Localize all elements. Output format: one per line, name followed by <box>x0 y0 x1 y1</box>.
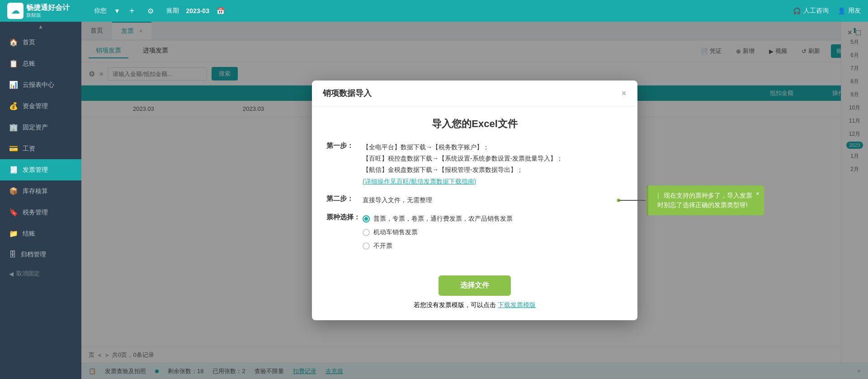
cancel-fixed-btn[interactable]: ◀ 取消固定 <box>0 265 81 282</box>
sidebar-item-label: 资金管理 <box>23 102 48 110</box>
radio-3-label: 不开票 <box>373 242 392 250</box>
radio-3-circle <box>363 242 370 250</box>
step-1-row: 第一步： 【全电平台】数据下载→【税务数字账户】； 【百旺】税控盘数据下载→【系… <box>326 142 623 187</box>
sidebar-item-label: 工资 <box>23 145 35 153</box>
step1-line-3: 【航信】金税盘数据下载→【报税管理-发票数据导出】； <box>363 164 563 175</box>
step1-link-text[interactable]: (详细操作见百旺/航信发票数据下载指南) <box>363 178 476 185</box>
ticket-type-row: 票种选择： 普票，专票，卷票，通行费发票，农产品销售发票 机动车销售发票 <box>326 213 623 250</box>
modal-header: 销项数据导入 × <box>312 81 637 106</box>
main-layout: ▲ 🏠 首页 📋 总账 📊 云报表中心 💰 资金管理 🏢 固定资产 💳 工资 🧾… <box>0 22 868 379</box>
invoice-icon: 🧾 <box>9 166 18 174</box>
logo-area: ☁ 畅捷通好会计 旗舰版 <box>7 3 89 19</box>
step1-link: (详细操作见百旺/航信发票数据下载指南) <box>363 176 563 187</box>
radio-option-2[interactable]: 机动车销售发票 <box>363 228 513 237</box>
fund-icon: 💰 <box>9 102 18 110</box>
service-btn[interactable]: 🎧 人工咨询 <box>793 7 829 15</box>
radio-option-1[interactable]: 普票，专票，卷票，通行费发票，农产品销售发票 <box>363 215 513 223</box>
sidebar-item-label: 首页 <box>23 38 35 47</box>
tooltip-text: | 现在支持的票种多了，导入发票时别忘了选择正确的发票类型呀! <box>654 191 757 210</box>
sidebar-item-label: 税务管理 <box>23 208 48 217</box>
modal-title: 销项数据导入 <box>323 88 372 99</box>
radio-2-circle <box>363 229 370 236</box>
sidebar-item-label: 结账 <box>23 230 35 238</box>
sidebar-item-home[interactable]: 🏠 首页 <box>0 32 81 53</box>
period-label: 账期 <box>166 7 179 15</box>
step-2-label: 第二步： <box>326 194 363 206</box>
settle-icon: 📁 <box>9 229 18 238</box>
sidebar-item-label: 库存核算 <box>23 187 48 195</box>
sidebar-item-archive[interactable]: 🗄 归档管理 <box>0 244 81 265</box>
calendar-icon[interactable]: 📅 <box>217 7 224 14</box>
inventory-icon: 📦 <box>9 187 18 195</box>
salary-icon: 💳 <box>9 144 18 153</box>
download-hint: 若您没有发票模版，可以点击 下载发票模版 <box>414 301 536 309</box>
select-file-btn[interactable]: 选择文件 <box>439 275 511 296</box>
sidebar-item-label: 发票管理 <box>23 166 48 174</box>
sidebar: ▲ 🏠 首页 📋 总账 📊 云报表中心 💰 资金管理 🏢 固定资产 💳 工资 🧾… <box>0 22 81 379</box>
radio-1-label: 普票，专票，卷票，通行费发票，农产品销售发票 <box>373 215 513 223</box>
app-name: 畅捷通好会计 <box>26 3 70 12</box>
sidebar-scroll-up[interactable]: ▲ <box>0 22 81 32</box>
sidebar-item-tax[interactable]: 🔖 税务管理 <box>0 202 81 223</box>
step-2-row: 第二步： 直接导入文件，无需整理 <box>326 194 623 206</box>
modal-close-btn[interactable]: × <box>621 88 627 99</box>
sidebar-item-label: 云报表中心 <box>23 81 54 89</box>
step1-line-1: 【全电平台】数据下载→【税务数字账户】； <box>363 142 563 153</box>
modal-dialog: 销项数据导入 × 导入您的Excel文件 第一步： 【全电平台】数据下载→【税务… <box>312 81 637 320</box>
ticket-label: 票种选择： <box>326 213 363 250</box>
step-1-content: 【全电平台】数据下载→【税务数字账户】； 【百旺】税控盘数据下载→【系统设置-系… <box>363 142 563 187</box>
radio-1-circle <box>363 215 370 223</box>
tooltip-connector-line <box>618 200 646 201</box>
header-right: 🎧 人工咨询 👤 用友 <box>793 7 861 15</box>
ledger-icon: 📋 <box>9 59 18 68</box>
logo-icon: ☁ <box>7 3 24 19</box>
sidebar-item-salary[interactable]: 💳 工资 <box>0 138 81 159</box>
sidebar-item-label: 归档管理 <box>21 251 46 259</box>
pin-icon: ◀ <box>9 270 14 277</box>
content-area: × □ 首页 发票 × 销项发票 进项发票 📄 凭证 <box>81 22 868 379</box>
cloud-report-icon: 📊 <box>9 81 18 89</box>
tooltip-bar-char: | <box>657 192 659 199</box>
modal-overlay: 销项数据导入 × 导入您的Excel文件 第一步： 【全电平台】数据下载→【税务… <box>81 22 868 379</box>
sidebar-item-label: 固定资产 <box>23 123 48 132</box>
tax-icon: 🔖 <box>9 208 18 217</box>
service-label: 人工咨询 <box>803 7 829 15</box>
fixed-assets-icon: 🏢 <box>9 123 18 132</box>
company-chevron-icon[interactable]: ▼ <box>114 7 120 14</box>
user-icon: 👤 <box>838 7 845 14</box>
archive-icon: 🗄 <box>9 251 16 259</box>
top-header: ☁ 畅捷通好会计 旗舰版 你您 ▼ + ⚙ 账期 2023-03 📅 🎧 人工咨… <box>0 0 868 22</box>
radio-group: 普票，专票，卷票，通行费发票，农产品销售发票 机动车销售发票 不开票 <box>363 215 513 250</box>
settings-icon[interactable]: ⚙ <box>147 7 154 15</box>
step-1-label: 第一步： <box>326 142 363 187</box>
sidebar-item-settle[interactable]: 📁 结账 <box>0 223 81 244</box>
sidebar-item-inventory[interactable]: 📦 库存核算 <box>0 180 81 202</box>
period-value[interactable]: 2023-03 <box>186 7 209 14</box>
tooltip-box: × | 现在支持的票种多了，导入发票时别忘了选择正确的发票类型呀! <box>646 185 764 215</box>
app-edition: 旗舰版 <box>26 12 70 19</box>
step1-line-2: 【百旺】税控盘数据下载→【系统设置-系统参数设置-发票批量导入】； <box>363 153 563 164</box>
home-icon: 🏠 <box>9 38 18 47</box>
add-icon[interactable]: + <box>129 6 135 16</box>
sidebar-item-fund[interactable]: 💰 资金管理 <box>0 95 81 117</box>
user-label: 用友 <box>848 7 861 15</box>
download-template-link[interactable]: 下载发票模版 <box>498 301 536 308</box>
sidebar-item-ledger[interactable]: 📋 总账 <box>0 53 81 74</box>
step-2-content: 直接导入文件，无需整理 <box>363 194 432 206</box>
radio-2-label: 机动车销售发票 <box>373 228 418 237</box>
download-hint-text: 若您没有发票模版，可以点击 <box>414 301 496 308</box>
sidebar-item-invoice[interactable]: 🧾 发票管理 <box>0 159 81 180</box>
sidebar-item-fixed-assets[interactable]: 🏢 固定资产 <box>0 117 81 138</box>
radio-option-3[interactable]: 不开票 <box>363 242 513 250</box>
modal-main-title: 导入您的Excel文件 <box>326 117 623 131</box>
sidebar-item-cloud-report[interactable]: 📊 云报表中心 <box>0 74 81 95</box>
user-btn[interactable]: 👤 用友 <box>838 7 861 15</box>
sidebar-item-label: 总账 <box>23 60 35 68</box>
modal-footer: 选择文件 若您没有发票模版，可以点击 下载发票模版 <box>312 268 637 320</box>
headset-icon: 🎧 <box>793 7 801 14</box>
company-name[interactable]: 你您 <box>94 7 107 15</box>
tooltip-close-btn[interactable]: × <box>756 189 760 199</box>
modal-body: 导入您的Excel文件 第一步： 【全电平台】数据下载→【税务数字账户】； 【百… <box>312 106 637 268</box>
tooltip-bar <box>646 185 648 215</box>
